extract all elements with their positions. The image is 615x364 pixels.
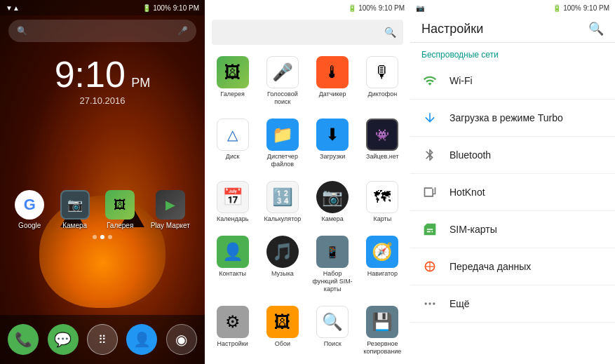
app-zaytsev[interactable]: 👾 Зайцев.нет — [359, 114, 406, 174]
mic-icon: 🎤 — [177, 26, 188, 36]
app-voice-label: Голосовой поиск — [260, 90, 304, 106]
app-navigator[interactable]: 🧭 Навигатор — [359, 231, 406, 299]
app-camera[interactable]: 📷 Камера — [309, 177, 356, 229]
battery-text: 100% — [153, 4, 171, 12]
app-label-gallery: Галерея — [107, 222, 133, 229]
settings-time: 9:10 PM — [583, 4, 609, 12]
app-drive-label: Диск — [226, 153, 240, 161]
settings-panel: 📷 🔋 100% 9:10 PM Настройки 🔍 Беспроводны… — [410, 0, 615, 364]
svg-point-3 — [433, 302, 435, 304]
app-maps[interactable]: 🗺 Карты — [359, 177, 406, 229]
search-icon: 🔍 — [17, 26, 27, 36]
dot-3 — [108, 235, 112, 239]
app-music-label: Музыка — [271, 270, 294, 278]
settings-label-bluetooth: Bluetooth — [450, 149, 491, 161]
settings-section-wireless: Беспроводные сети — [410, 43, 615, 62]
bluetooth-icon — [421, 147, 438, 163]
svg-point-2 — [428, 302, 431, 304]
home-app-google[interactable]: G Google — [15, 190, 44, 229]
app-wallpaper[interactable]: 🖼 Обои — [259, 302, 306, 361]
app-dictaphone[interactable]: 🎙 Диктофон — [359, 52, 406, 112]
settings-item-more[interactable]: Ещё — [410, 285, 615, 323]
home-date: 27.10.2016 — [0, 95, 205, 106]
home-dock: 📞 💬 ⠿ 👤 ◉ — [0, 315, 205, 364]
app-calendar[interactable]: 📅 Календарь — [209, 177, 256, 229]
app-downloads-icon: ⬇ — [316, 119, 349, 151]
home-app-gallery[interactable]: 🖼 Галерея — [105, 190, 135, 229]
app-backup[interactable]: 💾 Резервное копирование — [359, 302, 406, 361]
app-wallpaper-icon: 🖼 — [266, 306, 299, 338]
app-sim-toolkit[interactable]: 📱 Набор функций SIM-карты — [309, 231, 356, 299]
apps-battery: 100% — [358, 4, 377, 12]
apps-status-bar: 🔋 100% 9:10 PM — [205, 0, 410, 15]
app-drive[interactable]: △ Диск — [209, 114, 256, 174]
app-voice-icon: 🎤 — [266, 56, 299, 88]
status-bar-left: ▼▲ — [6, 4, 20, 12]
app-drive-icon: △ — [217, 119, 249, 151]
app-files[interactable]: 📁 Диспетчер файлов — [259, 114, 306, 174]
app-contacts-icon: 👤 — [217, 236, 249, 268]
home-app-camera[interactable]: 📷 Камера — [60, 190, 90, 229]
settings-item-bluetooth[interactable]: Bluetooth — [410, 137, 615, 174]
sim-icon — [421, 221, 438, 238]
app-camera-label: Камера — [321, 215, 343, 223]
app-calendar-icon: 📅 — [217, 181, 249, 213]
app-label-google: Google — [18, 222, 41, 229]
home-time: 9:10 PM — [173, 4, 199, 12]
app-sensor-label: Датчикер — [319, 90, 346, 98]
settings-label-turbo: Загрузка в режиме Turbo — [450, 112, 563, 123]
settings-battery: 100% — [563, 4, 581, 12]
app-search-label: Поиск — [324, 340, 342, 348]
app-maps-label: Карты — [374, 215, 392, 223]
app-navigator-icon: 🧭 — [366, 236, 398, 268]
home-app-row: G Google 📷 Камера 🖼 Галерея ▶ Play Марке… — [0, 190, 205, 229]
app-files-label: Диспетчер файлов — [260, 153, 304, 168]
app-contacts[interactable]: 👤 Контакты — [209, 231, 256, 299]
app-search[interactable]: 🔍 Поиск — [309, 302, 356, 361]
signal-icon: ▼▲ — [6, 4, 20, 12]
apps-search-icon: 🔍 — [384, 27, 396, 38]
apps-search-bar[interactable]: 🔍 — [212, 20, 403, 45]
settings-label-more: Ещё — [450, 298, 470, 309]
app-settings[interactable]: ⚙ Настройки — [209, 302, 256, 361]
settings-title: Настройки — [421, 22, 483, 36]
dock-chrome[interactable]: ◉ — [166, 324, 197, 355]
home-panel: ▼▲ 🔋 100% 9:10 PM 🔍 🎤 9:10 PM 27.10.2016… — [0, 0, 205, 364]
app-label-playmarket: Play Маркет — [151, 222, 190, 229]
settings-item-sim[interactable]: SIM-карты — [410, 211, 615, 248]
settings-item-hotknot[interactable]: HotKnot — [410, 174, 615, 211]
app-downloads[interactable]: ⬇ Загрузки — [309, 114, 356, 174]
app-sim-icon: 📱 — [316, 236, 349, 268]
clock-time: 9:10 — [55, 54, 126, 95]
app-calc-icon: 🔢 — [266, 181, 299, 213]
app-voice-search[interactable]: 🎤 Голосовой поиск — [259, 52, 306, 112]
app-navigator-label: Навигатор — [367, 270, 398, 278]
home-search-bar[interactable]: 🔍 🎤 — [8, 20, 196, 42]
settings-item-wifi[interactable]: Wi-Fi — [410, 62, 615, 100]
clock-ampm: PM — [131, 76, 150, 90]
app-maps-icon: 🗺 — [366, 181, 398, 213]
app-music[interactable]: 🎵 Музыка — [259, 231, 306, 299]
home-app-playmarket[interactable]: ▶ Play Маркет — [151, 190, 190, 229]
dock-phone[interactable]: 📞 — [8, 324, 39, 355]
settings-label-hotknot: HotKnot — [450, 187, 485, 198]
app-camera-icon: 📷 — [316, 181, 349, 213]
app-dictaphone-label: Диктофон — [368, 90, 398, 98]
dock-sms[interactable]: 💬 — [48, 324, 79, 355]
dock-contacts[interactable]: 👤 — [126, 324, 157, 355]
home-clock: 9:10 PM 27.10.2016 — [0, 56, 205, 106]
settings-item-data[interactable]: Передача данных — [410, 248, 615, 285]
app-sensor-icon: 🌡 — [316, 56, 349, 88]
settings-item-turbo[interactable]: Загрузка в режиме Turbo — [410, 100, 615, 137]
app-sensor[interactable]: 🌡 Датчикер — [309, 52, 356, 112]
app-gallery[interactable]: 🖼 Галерея — [209, 52, 256, 112]
dock-apps[interactable]: ⠿ — [87, 324, 118, 355]
app-calculator[interactable]: 🔢 Калькулятор — [259, 177, 306, 229]
battery-icon: 🔋 — [142, 4, 151, 12]
settings-search-icon[interactable]: 🔍 — [588, 21, 604, 36]
settings-status-bar: 📷 🔋 100% 9:10 PM — [410, 0, 615, 15]
app-calendar-label: Календарь — [217, 215, 248, 223]
app-wallpaper-label: Обои — [275, 340, 290, 348]
app-music-icon: 🎵 — [266, 236, 299, 268]
app-search-icon: 🔍 — [316, 306, 349, 338]
